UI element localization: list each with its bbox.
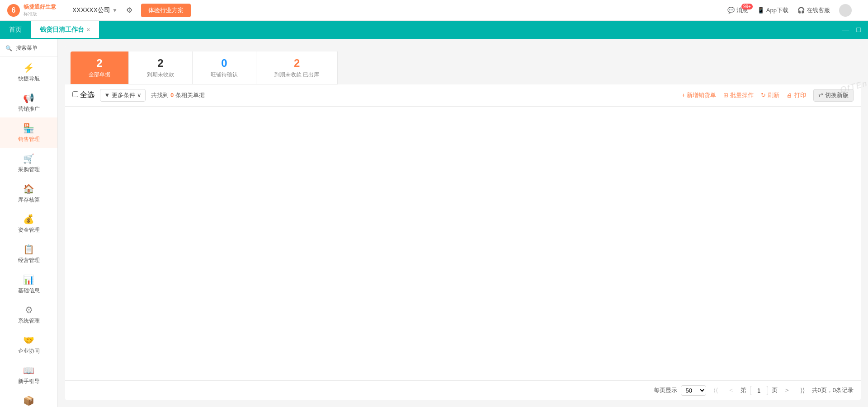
top-header: 6 畅捷通好生意 标准版 XXXXXX公司 ▼ ⚙ 体验行业方案 💬 消息 99… <box>0 0 868 21</box>
filter-button[interactable]: ▼ 更多条件 ∨ <box>100 89 146 102</box>
logo-line2: 标准版 <box>24 11 56 17</box>
basic-info-icon: 📊 <box>23 274 34 285</box>
sidebar-item-label: 销售管理 <box>18 136 40 143</box>
toolbar-right: + 新增销货单 ⊞ 批量操作 ↻ 刷新 🖨 打印 ⇄ <box>682 89 854 102</box>
sidebar-item-label: 采购管理 <box>18 166 40 173</box>
add-button[interactable]: + 新增销货单 <box>682 91 716 99</box>
stat-label-shipped: 到期未收款 已出库 <box>274 71 319 79</box>
trial-button[interactable]: 体验行业方案 <box>141 4 191 17</box>
print-button[interactable]: 🖨 打印 <box>787 91 806 99</box>
stat-label-all: 全部单据 <box>89 71 110 79</box>
sidebar-item-cooperation[interactable]: 🤝 企业协同 <box>0 329 57 360</box>
quick-nav-icon: ⚡ <box>23 62 34 73</box>
sidebar-item-basic-info[interactable]: 📊 基础信息 <box>0 269 57 299</box>
sidebar-item-finance[interactable]: 💰 资金管理 <box>0 208 57 239</box>
guide-icon: 📖 <box>23 365 34 376</box>
app-download-button[interactable]: 📱 App下载 <box>757 6 788 14</box>
sidebar-item-label: 快捷导航 <box>18 75 40 83</box>
operation-icon: 📋 <box>23 244 34 255</box>
sidebar-item-system[interactable]: ⚙ 系统管理 <box>0 299 57 329</box>
tab-work-bench[interactable]: 钱货日清工作台 × <box>31 21 99 39</box>
stat-tabs-wrapper: 2 全部单据 2 到期未收款 0 旺铺待确认 2 到期未收款 已出库 <box>65 46 861 84</box>
message-icon: 💬 <box>727 7 735 14</box>
stat-number-pending: 0 <box>221 57 227 70</box>
page-label-end: 页 <box>772 386 778 394</box>
per-page-label: 每页显示 <box>654 386 677 394</box>
sidebar-item-inventory[interactable]: 🏠 库存核算 <box>0 178 57 208</box>
sidebar-item-app-center[interactable]: 📦 应用中心 <box>0 390 57 407</box>
print-icon: 🖨 <box>787 92 793 98</box>
table-wrapper <box>65 107 861 380</box>
stat-label-overdue: 到期未收款 <box>147 71 174 79</box>
chevron-down-icon: ▼ <box>112 7 118 14</box>
sales-icon: 🏪 <box>23 123 34 134</box>
header-right: 💬 消息 99+ 📱 App下载 🎧 在线客服 <box>727 4 861 17</box>
select-all-checkbox[interactable]: 全选 <box>72 90 94 100</box>
batch-icon: ⊞ <box>723 92 728 98</box>
chevron-icon: ∨ <box>137 92 142 98</box>
stat-tab-overdue[interactable]: 2 到期未收款 <box>129 51 193 84</box>
sidebar-item-guide[interactable]: 📖 新手引导 <box>0 360 57 390</box>
stat-tab-all[interactable]: 2 全部单据 <box>71 51 129 84</box>
main-layout: 🔍 搜索菜单 ⚡ 快捷导航 📢 营销推广 🏪 销售管理 🛒 采购管理 🏠 库存核… <box>0 39 868 407</box>
system-icon: ⚙ <box>25 304 33 315</box>
page-size-select[interactable]: 50 10 20 100 <box>681 385 706 396</box>
page-first-button[interactable]: ⟨⟨ <box>710 384 722 396</box>
tab-home[interactable]: 首页 <box>0 21 31 39</box>
switch-icon: ⇄ <box>818 92 823 98</box>
sidebar-item-label: 资金管理 <box>18 226 40 234</box>
stat-number-shipped: 2 <box>294 57 300 70</box>
found-text: 共找到 0 条相关单据 <box>151 91 204 99</box>
toolbar: 全选 ▼ 更多条件 ∨ 共找到 0 条相关单据 + 新增销货单 ⊞ 批量操作 <box>65 84 861 107</box>
sidebar: 🔍 搜索菜单 ⚡ 快捷导航 📢 营销推广 🏪 销售管理 🛒 采购管理 🏠 库存核… <box>0 39 58 407</box>
tab-close-icon[interactable]: × <box>87 27 90 33</box>
stat-tab-pending[interactable]: 0 旺铺待确认 <box>193 51 256 84</box>
refresh-button[interactable]: ↻ 刷新 <box>761 91 779 99</box>
tab-actions: — □ <box>840 24 868 36</box>
app-center-icon: 📦 <box>23 395 34 406</box>
online-service-label: 在线客服 <box>807 6 830 14</box>
sidebar-item-label: 营销推广 <box>18 105 40 113</box>
online-service-button[interactable]: 🎧 在线客服 <box>797 6 830 14</box>
stat-number-all: 2 <box>96 57 102 70</box>
stat-number-overdue: 2 <box>157 57 163 70</box>
sidebar-item-purchase[interactable]: 🛒 采购管理 <box>0 148 57 178</box>
select-all-label: 全选 <box>80 91 94 98</box>
sidebar-item-quick-nav[interactable]: ⚡ 快捷导航 <box>0 57 57 87</box>
page-prev-button[interactable]: ＜ <box>725 384 737 396</box>
sidebar-search[interactable]: 🔍 搜索菜单 <box>0 39 57 57</box>
page-input[interactable] <box>750 386 768 395</box>
inventory-icon: 🏠 <box>23 183 34 194</box>
stat-label-pending: 旺铺待确认 <box>211 71 238 79</box>
stat-tabs: 2 全部单据 2 到期未收款 0 旺铺待确认 2 到期未收款 已出库 <box>71 51 338 84</box>
sidebar-item-label: 库存核算 <box>18 196 40 204</box>
total-text: 共0页，0条记录 <box>812 386 854 394</box>
purchase-icon: 🛒 <box>23 153 34 164</box>
sidebar-item-label: 基础信息 <box>18 287 40 295</box>
sidebar-item-sales[interactable]: 🏪 销售管理 <box>0 117 57 148</box>
sidebar-item-label: 新手引导 <box>18 378 40 385</box>
message-button[interactable]: 💬 消息 99+ <box>727 6 748 14</box>
refresh-icon: ↻ <box>761 92 766 98</box>
switch-button[interactable]: ⇄ 切换新版 <box>813 89 854 102</box>
batch-button[interactable]: ⊞ 批量操作 <box>723 91 754 99</box>
page-last-button[interactable]: ⟩⟩ <box>797 384 808 396</box>
search-label: 搜索菜单 <box>16 44 38 52</box>
app-download-label: App下载 <box>766 6 788 14</box>
sidebar-item-operation[interactable]: 📋 经营管理 <box>0 239 57 269</box>
page-next-button[interactable]: ＞ <box>781 384 793 396</box>
logo-line1: 畅捷通好生意 <box>24 4 56 11</box>
gear-button[interactable]: ⚙ <box>123 4 136 17</box>
company-select[interactable]: XXXXXX公司 ▼ <box>72 6 118 14</box>
avatar[interactable] <box>839 4 852 17</box>
sidebar-item-marketing[interactable]: 📢 营销推广 <box>0 87 57 117</box>
minimize-icon[interactable]: — <box>840 24 851 36</box>
download-icon: 📱 <box>757 7 764 14</box>
stat-tab-shipped[interactable]: 2 到期未收款 已出库 <box>256 51 338 84</box>
nav-tabs: 首页 钱货日清工作台 × — □ <box>0 21 868 39</box>
header-middle: XXXXXX公司 ▼ ⚙ 体验行业方案 <box>65 4 727 17</box>
message-badge: 99+ <box>741 4 753 9</box>
select-all-input[interactable] <box>72 91 78 97</box>
logo-area: 6 畅捷通好生意 标准版 <box>7 4 65 17</box>
maximize-icon[interactable]: □ <box>854 24 863 36</box>
